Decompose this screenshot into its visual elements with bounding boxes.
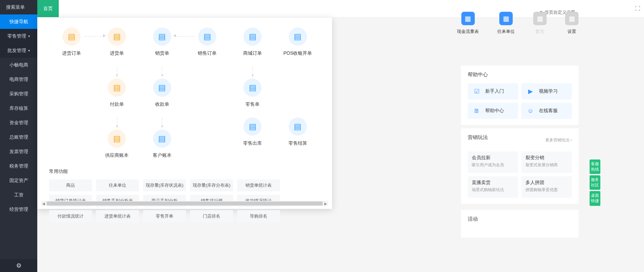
help-item-0[interactable]: ☑新手入门: [468, 83, 518, 99]
flow-node-2-1-icon[interactable]: ▤: [108, 130, 126, 148]
sidebar-item-label: 快捷导航: [9, 19, 28, 25]
flow-node-2-4[interactable]: ▤零售出库: [230, 118, 275, 158]
sidebar-item-12[interactable]: 工资: [0, 188, 37, 202]
help-label: 新手入门: [485, 88, 504, 94]
flow-node-1-2[interactable]: ▤收款单: [139, 66, 185, 107]
scroll-track[interactable]: [47, 201, 323, 206]
common-functions-title: 常用功能: [49, 169, 320, 175]
sidebar-item-label: 电商管理: [9, 77, 28, 83]
chevron-down-icon: ▾: [28, 49, 30, 52]
shortcut-label: 暂无: [536, 29, 544, 35]
flow-node-2-5[interactable]: ▤零售结算: [275, 118, 320, 158]
market-item-2[interactable]: 直播卖货场景式购物新玩法: [468, 176, 518, 198]
sidebar-search[interactable]: 搜索菜单: [0, 0, 37, 14]
market-item-title: 直播卖货: [472, 180, 514, 186]
activity-panel: 活动: [461, 210, 579, 238]
sidebar-item-label: 库存核算: [9, 105, 28, 111]
help-label: 视频学习: [539, 88, 558, 94]
flow-node-0-3-icon[interactable]: ▤: [198, 28, 216, 46]
help-label: 帮助中心: [485, 108, 504, 114]
marketing-more-link[interactable]: 更多营销玩法 ›: [545, 137, 572, 143]
scroll-right-arrow-icon[interactable]: ▶: [323, 202, 328, 206]
flow-node-0-2-icon[interactable]: ▤: [153, 28, 171, 46]
gear-icon: ⚙: [16, 262, 21, 269]
scroll-left-arrow-icon[interactable]: ◀: [41, 202, 46, 206]
shortcut-2[interactable]: ▦暂无: [533, 12, 547, 35]
flow-empty: [185, 66, 230, 107]
sidebar-item-7[interactable]: 资金管理: [0, 116, 37, 130]
sidebar-item-8[interactable]: 总账管理: [0, 130, 37, 144]
flow-node-label: 进货订单: [62, 50, 81, 56]
market-item-0[interactable]: 会员拉新吸引用户成为会员: [468, 151, 518, 173]
flow-node-0-5[interactable]: ▤POS收银开单: [275, 28, 320, 56]
sidebar-item-label: 税务管理: [9, 163, 28, 169]
common-fn-1[interactable]: 往来单位: [96, 179, 139, 191]
sidebar-item-label: 经营管理: [9, 207, 28, 213]
help-icon: 🗎: [472, 106, 481, 115]
shortcut-1[interactable]: ▦往来单位: [497, 12, 515, 35]
sidebar-item-13[interactable]: 经营管理: [0, 202, 37, 217]
shortcut-0[interactable]: ▦现金流量表: [457, 12, 479, 35]
flow-node-0-0[interactable]: ▤进货订单: [49, 28, 94, 56]
flow-node-0-1-icon[interactable]: ▤: [108, 28, 126, 46]
flow-node-2-1[interactable]: ▤供应商账本: [94, 118, 140, 158]
flow-node-1-4[interactable]: ▤零售单: [230, 66, 275, 107]
common-fn-11[interactable]: 进货单统计表: [96, 210, 139, 222]
float-tab-2[interactable]: 桌面快捷: [590, 191, 600, 206]
float-tab-1[interactable]: 服务社区: [590, 175, 600, 190]
sidebar-item-3[interactable]: 小畅电商: [0, 58, 37, 72]
common-fn-4[interactable]: 销货单统计表: [237, 179, 280, 191]
tab-home[interactable]: 首页: [37, 0, 59, 17]
flow-node-0-0-icon[interactable]: ▤: [62, 28, 81, 46]
shortcut-3[interactable]: ▦设置: [565, 12, 579, 35]
sidebar-item-9[interactable]: 发票管理: [0, 144, 37, 159]
sidebar-item-5[interactable]: 采购管理: [0, 87, 37, 101]
fullscreen-button[interactable]: ⛶: [631, 0, 644, 17]
activity-panel-title: 活动: [468, 216, 572, 222]
sidebar-settings-gear[interactable]: ⚙: [0, 259, 37, 272]
help-item-1[interactable]: ▶视频学习: [521, 83, 572, 99]
help-icon: ☑: [472, 87, 481, 96]
sidebar-item-1[interactable]: 零售管理▾: [0, 29, 37, 43]
flow-node-2-2-icon[interactable]: ▤: [153, 130, 171, 148]
market-item-1[interactable]: 裂变分销裂变式发展分销商: [521, 151, 572, 173]
shortcut-label: 设置: [567, 29, 576, 35]
common-fn-2[interactable]: 现存量(库存状况表): [143, 179, 186, 191]
common-fn-3[interactable]: 现存量(库存分布表): [190, 179, 233, 191]
marketing-panel: 营销玩法 更多营销玩法 › 会员拉新吸引用户成为会员裂变分销裂变式发展分销商直播…: [461, 128, 579, 204]
flow-node-0-2[interactable]: ▤销货单: [139, 28, 185, 56]
flow-node-0-4-icon[interactable]: ▤: [243, 28, 262, 46]
common-fn-13[interactable]: 门店排名: [190, 210, 233, 222]
sidebar-item-6[interactable]: 库存核算: [0, 101, 37, 116]
common-fn-12[interactable]: 零售开单: [143, 210, 186, 222]
flow-node-0-3[interactable]: ▤销售订单: [185, 28, 230, 56]
common-fn-14[interactable]: 导购排名: [237, 210, 280, 222]
flow-node-2-5-icon[interactable]: ▤: [289, 118, 307, 136]
common-fn-10[interactable]: 付款情况统计: [49, 210, 92, 222]
flow-node-1-1[interactable]: ▤付款单: [94, 66, 140, 107]
sidebar-item-0[interactable]: 快捷导航: [0, 14, 37, 29]
flow-arrow-down-icon: [117, 118, 117, 127]
flow-node-2-4-icon[interactable]: ▤: [243, 118, 262, 136]
help-icon: ☺: [526, 106, 535, 115]
sidebar-item-10[interactable]: 税务管理: [0, 159, 37, 173]
flow-node-1-4-icon[interactable]: ▤: [243, 79, 262, 97]
sidebar-item-11[interactable]: 固定资产: [0, 173, 37, 188]
flow-node-0-4[interactable]: ▤商城订单: [230, 28, 275, 56]
help-item-3[interactable]: ☺在线客服: [521, 103, 572, 119]
market-item-3[interactable]: 多人拼团拼团购物享受优惠: [521, 176, 572, 198]
sidebar-item-2[interactable]: 批发管理▾: [0, 43, 37, 58]
common-fn-0[interactable]: 商品: [49, 179, 92, 191]
flow-node-2-2[interactable]: ▤客户账本: [139, 118, 185, 158]
sidebar-item-label: 总账管理: [9, 134, 28, 140]
sidebar: 搜索菜单 快捷导航零售管理▾批发管理▾小畅电商电商管理采购管理库存核算资金管理总…: [0, 0, 37, 272]
flow-node-1-1-icon[interactable]: ▤: [108, 79, 126, 97]
market-item-sub: 拼团购物享受优惠: [525, 187, 568, 193]
flow-node-0-1[interactable]: ▤进货单: [94, 28, 140, 56]
flow-node-1-2-icon[interactable]: ▤: [153, 79, 171, 97]
help-item-2[interactable]: 🗎帮助中心: [468, 103, 518, 119]
flyout-scrollbar[interactable]: ◀ ▶: [41, 201, 328, 206]
flow-node-0-5-icon[interactable]: ▤: [289, 28, 307, 46]
sidebar-item-4[interactable]: 电商管理: [0, 72, 37, 87]
float-tab-0[interactable]: 客服热线: [590, 160, 600, 174]
